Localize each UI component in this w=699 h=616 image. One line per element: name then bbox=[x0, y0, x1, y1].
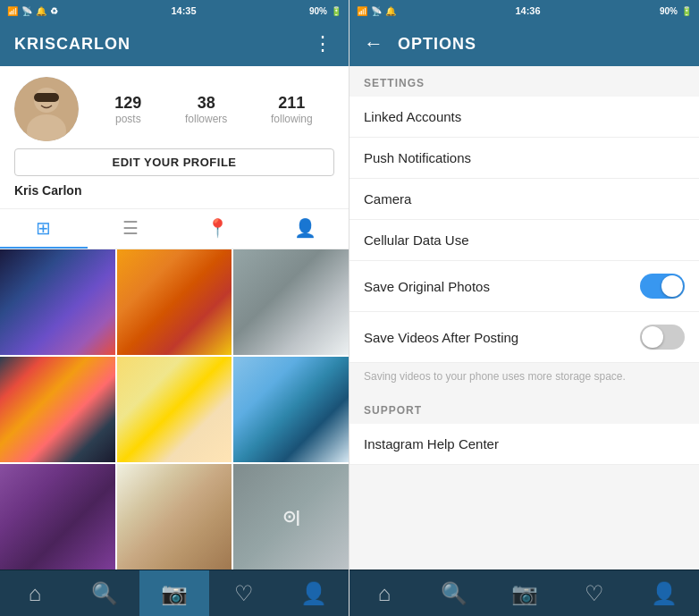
r-signal-icon: 📡 bbox=[371, 6, 382, 16]
save-videos-toggle[interactable] bbox=[640, 325, 685, 350]
nav-camera[interactable]: 📷 bbox=[139, 570, 209, 616]
settings-header: SETTINGS bbox=[350, 66, 699, 97]
photo-9[interactable] bbox=[233, 464, 349, 570]
options-title: OPTIONS bbox=[398, 35, 476, 54]
toggle-knob-off bbox=[642, 326, 663, 348]
r-battery-icon: 🔋 bbox=[681, 6, 692, 16]
left-status-icons: 📶 📡 🔔 ♻ bbox=[7, 6, 58, 16]
right-bottom-nav: ⌂ 🔍 📷 ♡ 👤 bbox=[350, 570, 699, 616]
cellular-data-item[interactable]: Cellular Data Use bbox=[350, 220, 699, 261]
r-nav-camera[interactable]: 📷 bbox=[489, 570, 559, 616]
followers-label: followers bbox=[185, 113, 227, 125]
nav-tabs: ⊞ ☰ 📍 👤 bbox=[0, 208, 349, 249]
location-icon: 📍 bbox=[206, 217, 229, 239]
save-videos-hint: Saving videos to your phone uses more st… bbox=[350, 363, 699, 393]
photo-1[interactable] bbox=[0, 249, 115, 355]
linked-accounts-item[interactable]: Linked Accounts bbox=[350, 97, 699, 138]
profile-title: KRISCARLON bbox=[14, 35, 131, 54]
right-panel: 📶 📡 🔔 14:36 90% 🔋 ← OPTIONS SETTINGS Lin… bbox=[350, 0, 699, 616]
search-icon: 🔍 bbox=[91, 581, 118, 606]
heart-icon: ♡ bbox=[234, 581, 254, 606]
stats-row: 129 posts 38 followers 211 following bbox=[93, 94, 334, 125]
left-time: 14:35 bbox=[171, 5, 196, 16]
r-nav-profile[interactable]: 👤 bbox=[629, 570, 699, 616]
r-nav-home[interactable]: ⌂ bbox=[350, 570, 419, 616]
posts-stat: 129 posts bbox=[114, 94, 141, 125]
tab-grid[interactable]: ⊞ bbox=[0, 209, 88, 249]
posts-count: 129 bbox=[114, 94, 141, 113]
tab-tagged[interactable]: 👤 bbox=[262, 209, 350, 249]
more-button[interactable]: ⋮ bbox=[313, 32, 334, 55]
options-content: SETTINGS Linked Accounts Push Notificati… bbox=[350, 66, 699, 570]
photo-2[interactable] bbox=[117, 249, 232, 355]
photo-8[interactable] bbox=[117, 464, 232, 570]
r-nav-search[interactable]: 🔍 bbox=[419, 570, 489, 616]
r-home-icon: ⌂ bbox=[378, 581, 392, 606]
r-wifi-icon: 📶 bbox=[357, 6, 367, 16]
nav-profile[interactable]: 👤 bbox=[279, 570, 349, 616]
photo-6[interactable] bbox=[233, 357, 349, 462]
back-button[interactable]: ← bbox=[364, 32, 383, 55]
r-heart-icon: ♡ bbox=[585, 581, 604, 606]
profile-header: 129 posts 38 followers 211 following bbox=[14, 77, 334, 141]
tab-list[interactable]: ☰ bbox=[88, 209, 175, 249]
following-count: 211 bbox=[271, 94, 313, 113]
home-icon: ⌂ bbox=[29, 581, 42, 606]
camera-icon: 📷 bbox=[161, 581, 188, 606]
save-original-toggle[interactable] bbox=[640, 274, 685, 299]
right-right-icons: 90% 🔋 bbox=[660, 6, 692, 16]
tagged-icon: 👤 bbox=[294, 217, 316, 239]
r-search-icon: 🔍 bbox=[441, 581, 467, 606]
r-nav-heart[interactable]: ♡ bbox=[560, 570, 629, 616]
nav-search[interactable]: 🔍 bbox=[70, 570, 139, 616]
r-notify-icon: 🔔 bbox=[385, 6, 396, 16]
right-status-icons: 90% 🔋 bbox=[309, 6, 341, 16]
following-stat: 211 following bbox=[271, 94, 313, 125]
nav-home[interactable]: ⌂ bbox=[0, 570, 70, 616]
followers-count: 38 bbox=[185, 94, 227, 113]
left-bottom-nav: ⌂ 🔍 📷 ♡ 👤 bbox=[0, 570, 349, 616]
help-center-item[interactable]: Instagram Help Center bbox=[350, 424, 699, 465]
notify-icon: 🔔 bbox=[36, 6, 46, 16]
r-camera-icon: 📷 bbox=[511, 581, 538, 606]
r-profile-icon: 👤 bbox=[651, 581, 678, 606]
list-icon: ☰ bbox=[122, 217, 139, 239]
photo-7[interactable] bbox=[0, 464, 115, 570]
battery-icon: 🔋 bbox=[331, 6, 341, 16]
edit-profile-button[interactable]: EDIT YOUR PROFILE bbox=[14, 148, 334, 176]
push-notifications-label: Push Notifications bbox=[364, 150, 471, 165]
profile-icon: 👤 bbox=[300, 581, 327, 606]
grid-icon: ⊞ bbox=[36, 217, 51, 239]
photo-4[interactable] bbox=[0, 357, 115, 462]
wifi-icon: 📶 bbox=[7, 6, 18, 16]
cellular-data-label: Cellular Data Use bbox=[364, 232, 469, 248]
save-original-label: Save Original Photos bbox=[364, 279, 490, 294]
svg-rect-5 bbox=[34, 93, 59, 102]
right-left-icons: 📶 📡 🔔 bbox=[357, 6, 396, 16]
push-notifications-item[interactable]: Push Notifications bbox=[350, 138, 699, 179]
signal-icon: 📡 bbox=[21, 6, 32, 16]
r-battery-text: 90% bbox=[660, 6, 678, 16]
linked-accounts-label: Linked Accounts bbox=[364, 109, 461, 124]
tab-location[interactable]: 📍 bbox=[174, 209, 262, 249]
profile-section: 129 posts 38 followers 211 following EDI… bbox=[0, 66, 349, 205]
support-header: SUPPORT bbox=[350, 393, 699, 424]
avatar bbox=[14, 77, 79, 141]
photo-3[interactable] bbox=[233, 249, 349, 355]
right-status-bar: 📶 📡 🔔 14:36 90% 🔋 bbox=[350, 0, 699, 21]
save-original-item[interactable]: Save Original Photos bbox=[350, 261, 699, 312]
photo-grid bbox=[0, 249, 349, 570]
battery-text: 90% bbox=[309, 6, 327, 16]
posts-label: posts bbox=[114, 113, 141, 125]
toggle-knob-on bbox=[661, 275, 683, 297]
save-videos-item[interactable]: Save Videos After Posting bbox=[350, 312, 699, 363]
username: Kris Carlon bbox=[14, 183, 334, 198]
camera-label: Camera bbox=[364, 191, 411, 207]
left-panel: 📶 📡 🔔 ♻ 14:35 90% 🔋 KRISCARLON ⋮ bbox=[0, 0, 350, 616]
sync-icon: ♻ bbox=[50, 6, 58, 16]
left-top-bar: KRISCARLON ⋮ bbox=[0, 21, 349, 66]
following-label: following bbox=[271, 113, 313, 125]
camera-item[interactable]: Camera bbox=[350, 179, 699, 220]
nav-heart[interactable]: ♡ bbox=[209, 570, 279, 616]
photo-5[interactable] bbox=[117, 357, 232, 462]
